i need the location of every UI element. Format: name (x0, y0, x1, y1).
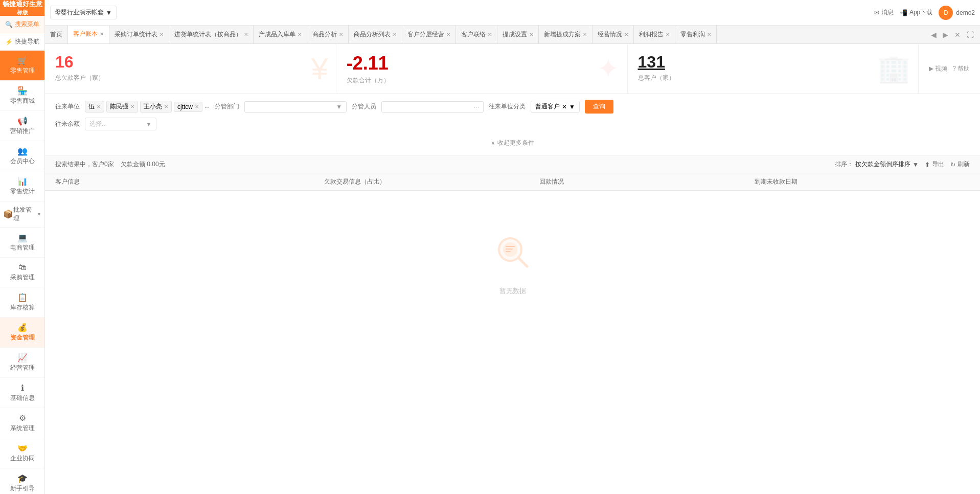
tab-purchase-stats-by-product-close[interactable]: ✕ (244, 32, 248, 37)
app-download-btn[interactable]: 📲 App下载 (900, 8, 932, 17)
sidebar-item-wholesale-mgmt[interactable]: 📦 批发管理 ▼ (0, 201, 44, 228)
topbar-left: 母婴行业演示帐套 ▼ (50, 6, 117, 19)
tab-promo-settings-close[interactable]: ✕ (529, 32, 533, 37)
video-label: 视频 (935, 64, 947, 73)
tab-profit-report[interactable]: 利润报告 ✕ (634, 26, 675, 44)
filter-tag-wu-close[interactable]: ✕ (97, 104, 101, 109)
result-sort[interactable]: 排序： 按欠款金额倒序排序 ▼ (835, 160, 919, 169)
tab-operations-status-close[interactable]: ✕ (624, 32, 628, 37)
sidebar-item-inventory-check[interactable]: 📋 库存核算 (0, 287, 44, 318)
sidebar-item-marketing[interactable]: 📢 营销推广 (0, 111, 44, 141)
sidebar-item-system-mgmt[interactable]: ⚙ 系统管理 (0, 408, 44, 438)
tab-product-analysis[interactable]: 商品分析 ✕ (307, 26, 349, 44)
sidebar-item-retail-mall[interactable]: 🏪 零售商城 (0, 81, 44, 111)
tab-customer-tier[interactable]: 客户分层经营 ✕ (402, 26, 456, 44)
query-btn[interactable]: 查询 (585, 100, 613, 114)
unit-category-filter[interactable]: 普通客户 ✕ ▼ (531, 101, 580, 113)
tabbar: 首页 客户账本 ✕ 采购订单统计表 ✕ 进货单统计表（按商品） ✕ 产成品入库单… (45, 26, 980, 44)
tab-customer-tier-close[interactable]: ✕ (446, 32, 450, 37)
tab-prev-btn[interactable]: ◀ (929, 30, 939, 40)
person-filter-select[interactable]: ··· (381, 101, 484, 113)
refresh-btn[interactable]: ↻ 刷新 (950, 160, 970, 169)
sidebar-item-label: 库存核算 (10, 303, 35, 312)
sidebar-item-retail-mgmt[interactable]: 🛒 零售管理 (0, 51, 44, 81)
sidebar-item-label: 电商管理 (10, 243, 35, 252)
user-menu[interactable]: D demo2 (939, 6, 975, 20)
dept-filter-arrow: ▼ (336, 103, 342, 110)
unit-category-tag-close[interactable]: ✕ (562, 103, 567, 110)
sidebar-item-member-center[interactable]: 👥 会员中心 (0, 141, 44, 171)
tab-operations-status[interactable]: 经营情况 ✕ (592, 26, 634, 44)
tab-new-promo-plan[interactable]: 新增提成方案 ✕ (539, 26, 592, 44)
filter-tag-wang: 王小亮 ✕ (140, 101, 172, 113)
main-content: 母婴行业演示帐套 ▼ ✉ 消息 📲 App下载 D demo2 首页 客户账本 (45, 0, 980, 494)
sidebar-item-label: 资金管理 (10, 333, 35, 342)
tab-retail-profit-close[interactable]: ✕ (707, 32, 711, 37)
tab-purchase-stats-by-product[interactable]: 进货单统计表（按商品） ✕ (169, 26, 254, 44)
tab-product-analysis-list[interactable]: 商品分析列表 ✕ (349, 26, 402, 44)
tab-product-analysis-list-close[interactable]: ✕ (393, 32, 397, 37)
result-summary: 搜索结果中，客户0家 欠款金额 0.00元 (55, 160, 165, 169)
sidebar-item-new-guide[interactable]: 🎓 新手引导 (0, 468, 44, 494)
tab-product-storage-close[interactable]: ✕ (298, 32, 302, 37)
tab-controls: ◀ ▶ ✕ ⛶ (925, 30, 980, 40)
operations-mgmt-icon: 📈 (17, 353, 28, 363)
tab-customer-contact-close[interactable]: ✕ (488, 32, 492, 37)
svg-rect-4 (506, 249, 513, 250)
filter-tag-wang-close[interactable]: ✕ (164, 104, 168, 109)
tab-purchase-order-stats-close[interactable]: ✕ (159, 32, 164, 37)
tab-customer-contact[interactable]: 客户联络 ✕ (456, 26, 497, 44)
dept-filter-select[interactable]: ▼ (244, 101, 347, 113)
tab-new-promo-plan-close[interactable]: ✕ (583, 32, 587, 37)
sidebar-item-fund-mgmt[interactable]: 💰 资金管理 (0, 318, 44, 348)
message-btn[interactable]: ✉ 消息 (874, 8, 894, 17)
sidebar-item-retail-stats[interactable]: 📊 零售统计 (0, 171, 44, 201)
tab-product-storage-label: 产成品入库单 (259, 30, 295, 39)
retail-mgmt-icon: 🛒 (17, 56, 28, 65)
tab-product-storage[interactable]: 产成品入库单 ✕ (254, 26, 307, 44)
filter-tag-cjttcw-close[interactable]: ✕ (195, 104, 199, 109)
tab-customer-balance[interactable]: 客户账本 ✕ (68, 26, 109, 44)
tab-profit-report-label: 利润报告 (639, 30, 664, 39)
data-table: 客户信息 欠款交易信息（占比） 回款情况 到期未收款日期 (45, 173, 980, 336)
sidebar-quick-nav-label: 快捷导航 (15, 37, 39, 46)
stats-bar: ¥ 16 总欠款客户（家） ✦ -2.11 欠款合计（万） 🏢 131 总客户（… (45, 44, 980, 94)
collapse-btn[interactable]: ∧ 收起更多条件 (491, 137, 534, 149)
sidebar-quick-nav[interactable]: ⚡ 快捷导航 (0, 33, 44, 51)
stat-label-total-customers: 总客户（家） (638, 74, 675, 82)
refresh-label: 刷新 (958, 160, 970, 169)
tab-home[interactable]: 首页 (45, 26, 68, 44)
stat-label-debt-amount: 欠款合计（万） (347, 76, 390, 85)
video-btn[interactable]: ▶ 视频 (929, 64, 947, 73)
suite-selector[interactable]: 母婴行业演示帐套 ▼ (50, 6, 117, 19)
filter-row-1: 往来单位 伍 ✕ 陈民强 ✕ 王小亮 ✕ cjttcw (55, 100, 970, 114)
tab-retail-profit[interactable]: 零售利润 ✕ (675, 26, 717, 44)
svg-rect-5 (506, 251, 511, 252)
tab-profit-report-close[interactable]: ✕ (666, 32, 670, 37)
sidebar-search[interactable]: 🔍 搜索菜单 (0, 16, 44, 33)
sidebar-item-basic-info[interactable]: ℹ 基础信息 (0, 378, 44, 408)
sidebar-item-ecommerce-mgmt[interactable]: 💻 电商管理 (0, 228, 44, 258)
filter-tag-chen-close[interactable]: ✕ (130, 104, 134, 109)
balance-filter-select[interactable]: 选择... ▼ (85, 118, 156, 130)
tab-purchase-order-stats[interactable]: 采购订单统计表 ✕ (109, 26, 169, 44)
filter-tags-more-btn[interactable]: ··· (204, 103, 210, 110)
export-label: 导出 (932, 160, 944, 169)
sidebar-item-operations-mgmt[interactable]: 📈 经营管理 (0, 348, 44, 378)
export-btn[interactable]: ⬆ 导出 (925, 160, 944, 169)
tab-product-analysis-label: 商品分析 (312, 30, 337, 39)
table-header: 客户信息 欠款交易信息（占比） 回款情况 到期未收款日期 (45, 173, 980, 191)
tab-next-btn[interactable]: ▶ (941, 30, 950, 40)
tab-fullscreen-btn[interactable]: ⛶ (965, 30, 976, 40)
help-btn[interactable]: ? 帮助 (952, 64, 970, 73)
sidebar-item-label: 基础信息 (10, 394, 35, 402)
filter-tag-cjttcw: cjttcw ✕ (174, 102, 202, 112)
tab-close-all-btn[interactable]: ✕ (952, 30, 963, 40)
tab-product-analysis-close[interactable]: ✕ (339, 32, 343, 37)
tab-customer-tier-label: 客户分层经营 (407, 30, 444, 39)
tab-promo-settings[interactable]: 提成设置 ✕ (497, 26, 539, 44)
sidebar-item-enterprise-collab[interactable]: 🤝 企业协同 (0, 438, 44, 468)
sidebar-item-purchase-mgmt[interactable]: 🛍 采购管理 (0, 258, 44, 287)
tab-customer-balance-close[interactable]: ✕ (100, 31, 104, 37)
filter-tag-chen-label: 陈民强 (110, 102, 128, 111)
